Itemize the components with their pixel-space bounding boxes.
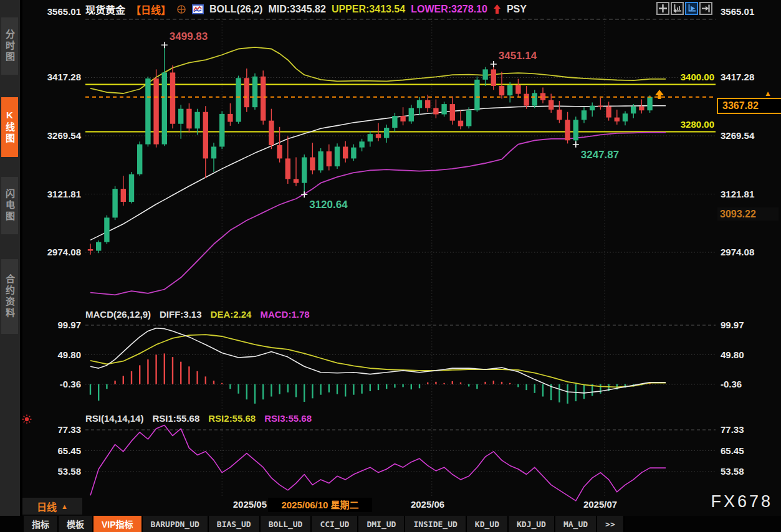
sidebar-item-contract-info[interactable]: 合约资料 <box>1 259 18 334</box>
rsi-tick-label-left: 65.45 <box>57 445 81 456</box>
target-circle-icon[interactable] <box>176 4 186 14</box>
candle-body <box>359 141 364 147</box>
y-tick-label-right: 3121.81 <box>721 189 754 199</box>
macd-tick-label-right: -0.36 <box>721 379 742 389</box>
candle-body <box>623 113 628 121</box>
watermark: FX678 <box>711 492 773 511</box>
macd-tick-label-left: -0.36 <box>60 379 81 389</box>
rsi-label: RSI(14,14,14) <box>85 413 143 424</box>
macd-dea-line <box>90 335 666 387</box>
x-axis-label-may: 2025/05 <box>219 499 267 510</box>
candle-body <box>458 121 463 126</box>
axis-scale-play-icon[interactable] <box>685 2 698 15</box>
candle-body <box>474 80 479 110</box>
candle-body <box>96 242 101 251</box>
tab-dmi-ud[interactable]: DMI_UD <box>358 516 405 532</box>
y-tick-label-right: 2974.08 <box>721 247 754 257</box>
rsi2-value: RSI2:55.68 <box>208 413 256 424</box>
candle-body <box>335 146 340 166</box>
y-tick-label-left: 2974.08 <box>47 247 81 257</box>
chart-canvas[interactable]: 3565.013565.013417.283417.283269.543269.… <box>0 0 781 532</box>
key-level-label: 3400.00 <box>681 72 714 82</box>
tab-templates[interactable]: 模板 <box>59 516 93 532</box>
period-dropdown-arrow-icon: ▲ <box>61 503 68 510</box>
low-price-marker: 3093.22 <box>717 207 779 221</box>
candle-body <box>639 107 644 110</box>
candle-body <box>409 108 414 121</box>
tab-bias-ud[interactable]: BIAS_UD <box>209 516 261 532</box>
tab-indicators[interactable]: 指标 <box>24 516 59 532</box>
macd-dea-value: DEA:2.24 <box>211 309 252 320</box>
candle-body <box>302 158 307 183</box>
candle-body <box>557 110 562 120</box>
candle-body <box>112 189 117 217</box>
period-selector[interactable]: 日线 ▲ <box>22 498 82 515</box>
low-annotation: 3120.64 <box>309 199 348 211</box>
tab-boll-ud[interactable]: BOLL_UD <box>261 516 312 532</box>
tab-barupdn-ud[interactable]: BARUPDN_UD <box>143 516 209 532</box>
alert-dot-icon[interactable] <box>21 414 32 427</box>
y-tick-label-left: 3417.28 <box>47 72 81 82</box>
low-annotation: 3247.87 <box>581 149 619 161</box>
tab-kdj-ud[interactable]: KDJ_UD <box>509 516 555 532</box>
candle-body <box>392 116 397 128</box>
x-axis-label-jun: 2025/06 <box>403 499 453 510</box>
axis-scale-left-icon[interactable] <box>671 2 684 15</box>
sidebar-item-timeshare[interactable]: 分时图 <box>1 17 18 75</box>
candle-body <box>433 108 438 114</box>
candle-body <box>524 94 529 106</box>
candle-body <box>252 77 257 107</box>
tab-inside-ud[interactable]: INSIDE_UD <box>405 516 466 532</box>
candle-body <box>310 158 315 171</box>
rsi-tick-label-right: 77.33 <box>721 424 744 435</box>
move-icon[interactable] <box>656 2 669 15</box>
indicator-tabbar: 指标 模板 VIP指标 BARUPDN_UD BIAS_UD BOLL_UD C… <box>0 516 781 532</box>
macd-macd-value: MACD:1.78 <box>260 309 309 320</box>
tab-vip-indicators[interactable]: VIP指标 <box>93 516 143 532</box>
last-price-box: 3367.82 <box>717 98 781 114</box>
candle-body <box>219 114 224 147</box>
candle-body <box>145 78 150 145</box>
price-up-arrow-icon: ▲ <box>764 89 772 98</box>
high-annotation: 3451.14 <box>499 50 537 62</box>
period-tag: 【日线】 <box>131 2 171 17</box>
candle-body <box>269 121 274 145</box>
sidebar-item-kline[interactable]: K线图 <box>1 97 18 157</box>
mini-chart-icon <box>192 4 204 14</box>
candle-body <box>236 78 241 121</box>
y-tick-label-left: 3121.81 <box>47 189 81 199</box>
tab-kd-ud[interactable]: KD_UD <box>467 516 509 532</box>
key-level-label: 3280.00 <box>681 119 714 130</box>
psy-label: PSY <box>507 4 527 15</box>
y-tick-label-left: 3565.01 <box>47 6 81 17</box>
rsi-line <box>90 425 666 501</box>
candle-body <box>573 120 578 140</box>
candle-body <box>647 97 652 110</box>
candle-body <box>450 104 455 121</box>
boll-mid-value: MID:3345.82 <box>268 4 326 15</box>
candle-body <box>153 78 158 145</box>
candle-body <box>507 85 512 95</box>
candle-body <box>129 174 134 202</box>
tab-more[interactable]: >> <box>597 516 625 532</box>
high-annotation: 3499.83 <box>170 31 208 42</box>
boll-indicator-label: BOLL(26,2) <box>209 4 262 15</box>
period-selector-label: 日线 <box>37 499 57 514</box>
trading-app: 3565.013565.013417.283417.283269.543269.… <box>0 0 781 532</box>
tab-cci-ud[interactable]: CCI_UD <box>312 516 358 532</box>
boll-upper-line <box>90 47 666 93</box>
rsi-tick-label-right: 53.58 <box>721 466 744 477</box>
boll-lower-value: LOWER:3278.10 <box>411 4 487 15</box>
y-tick-label-right: 3565.01 <box>721 6 754 17</box>
candle-body <box>351 148 356 159</box>
candle-body <box>186 109 191 129</box>
candle-body <box>194 112 199 129</box>
candle-body <box>318 151 323 170</box>
macd-tick-label-right: 49.80 <box>721 349 744 360</box>
sidebar-item-flash[interactable]: 闪电图 <box>1 177 18 234</box>
tab-ma-ud[interactable]: MA_UD <box>555 516 597 532</box>
candle-body <box>121 189 126 202</box>
extreme-cross-marker <box>491 61 497 67</box>
header-toolbar <box>656 2 712 15</box>
pane-exit-icon[interactable] <box>699 2 712 15</box>
